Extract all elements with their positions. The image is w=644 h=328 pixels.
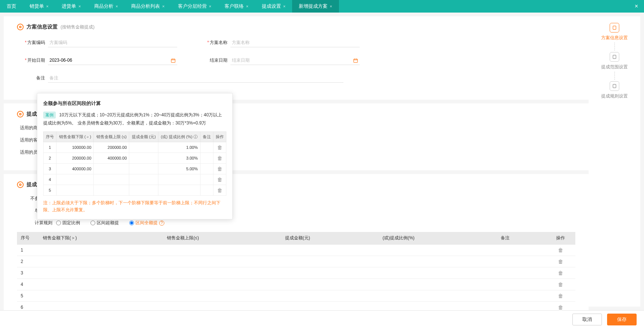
case-tag: 案例 (43, 112, 56, 119)
close-icon[interactable]: × (116, 4, 118, 8)
cell-lower[interactable] (39, 279, 163, 290)
section-bullet-icon (17, 24, 24, 30)
trash-icon[interactable]: 🗑 (558, 247, 563, 253)
trash-icon[interactable]: 🗑 (558, 293, 563, 299)
cell-amount[interactable] (281, 290, 379, 302)
cell-ratio (158, 185, 200, 196)
trash-icon[interactable]: 🗑 (558, 270, 563, 276)
trash-icon[interactable]: 🗑 (217, 166, 222, 172)
cell-lower (56, 185, 94, 196)
radio-interval-full[interactable]: 区间全额提? (129, 220, 164, 226)
cell-remark[interactable] (497, 302, 546, 311)
section-bullet-icon (17, 111, 24, 117)
cell-ratio: 1.00% (158, 142, 200, 153)
step-icon (610, 52, 619, 62)
tab-product-analysis[interactable]: 商品分析× (88, 0, 124, 13)
close-icon[interactable]: × (330, 4, 332, 8)
cell-seq: 2 (44, 153, 56, 164)
trash-icon[interactable]: 🗑 (558, 304, 563, 310)
cell-ratio[interactable] (379, 267, 497, 279)
step-scope[interactable]: 提成范围设置 (601, 52, 628, 70)
cell-lower[interactable] (39, 245, 163, 256)
cell-lower[interactable] (39, 256, 163, 267)
input-plan-name[interactable] (230, 38, 360, 47)
label-start-date: *开始日期 (17, 57, 45, 64)
step-icon (610, 81, 619, 91)
table-row: 5🗑 (44, 185, 226, 196)
cell-upper[interactable] (163, 290, 281, 302)
cell-ratio[interactable] (379, 279, 497, 290)
step-plan-info[interactable]: 方案信息设置 (601, 23, 628, 41)
th-remark: 备注 (497, 232, 546, 245)
cell-amount (129, 174, 158, 185)
cell-amount[interactable] (281, 267, 379, 279)
radio-interval-excess[interactable]: 区间超额提 (90, 220, 119, 226)
cell-lower[interactable] (39, 302, 163, 311)
cell-lower[interactable] (39, 290, 163, 302)
step-rules[interactable]: 提成规则设置 (601, 81, 628, 99)
tab-customer-tier[interactable]: 客户分层经营× (171, 0, 218, 13)
trash-icon[interactable]: 🗑 (558, 281, 563, 287)
cell-lower: 200000.00 (56, 153, 94, 164)
th-upper: 销售金额上限(≤) (163, 232, 281, 245)
cell-lower[interactable] (39, 267, 163, 279)
tab-commission-settings[interactable]: 提成设置× (255, 0, 292, 13)
close-icon[interactable]: × (246, 4, 248, 8)
cell-ratio[interactable] (379, 302, 497, 311)
close-icon[interactable]: × (283, 4, 285, 8)
trash-icon[interactable]: 🗑 (217, 187, 222, 193)
cell-upper[interactable] (163, 245, 281, 256)
close-icon[interactable]: × (46, 4, 48, 8)
close-icon[interactable]: × (162, 4, 164, 8)
cell-ratio[interactable] (379, 290, 497, 302)
cell-remark[interactable] (497, 267, 546, 279)
svg-rect-3 (613, 55, 616, 58)
close-icon[interactable]: × (209, 4, 211, 8)
tab-customer-contact[interactable]: 客户联络× (218, 0, 255, 13)
table-row[interactable]: 6🗑 (17, 302, 575, 311)
tab-new-commission-plan[interactable]: 新增提成方案× (292, 0, 339, 13)
input-remark[interactable] (48, 73, 343, 83)
table-row[interactable]: 5🗑 (17, 290, 575, 302)
close-all-tabs-icon[interactable]: × (633, 0, 640, 13)
trash-icon[interactable]: 🗑 (217, 144, 222, 150)
cell-upper[interactable] (163, 256, 281, 267)
svg-rect-4 (613, 84, 616, 88)
cell-upper[interactable] (163, 267, 281, 279)
cell-seq: 5 (44, 185, 56, 196)
cell-upper[interactable] (163, 279, 281, 290)
cell-remark[interactable] (497, 279, 546, 290)
cell-ratio[interactable] (379, 245, 497, 256)
trash-icon[interactable]: 🗑 (217, 155, 222, 161)
tab-purchase[interactable]: 进货单× (55, 0, 87, 13)
trash-icon[interactable]: 🗑 (217, 177, 222, 182)
cell-amount[interactable] (281, 245, 379, 256)
table-row[interactable]: 2🗑 (17, 256, 575, 267)
input-start-date[interactable] (48, 55, 177, 65)
cell-remark (200, 185, 213, 196)
cell-amount[interactable] (281, 256, 379, 267)
input-end-date[interactable] (230, 55, 360, 65)
step-nav: 方案信息设置 提成范围设置 提成规则设置 (589, 16, 640, 307)
table-row[interactable]: 1🗑 (17, 245, 575, 256)
tab-home[interactable]: 首页 (0, 0, 23, 13)
table-row[interactable]: 4🗑 (17, 279, 575, 290)
tab-product-analysis-list[interactable]: 商品分析列表× (124, 0, 171, 13)
cell-remark[interactable] (497, 256, 546, 267)
cell-upper[interactable] (163, 302, 281, 311)
table-row[interactable]: 3🗑 (17, 267, 575, 279)
cell-amount[interactable] (281, 302, 379, 311)
cell-ratio[interactable] (379, 256, 497, 267)
help-icon[interactable]: ? (159, 221, 164, 226)
input-plan-code[interactable] (48, 38, 177, 47)
cell-amount[interactable] (281, 279, 379, 290)
cell-seq: 5 (17, 290, 39, 302)
trash-icon[interactable]: 🗑 (558, 259, 563, 264)
tab-sales[interactable]: 销货单× (23, 0, 55, 13)
cell-remark[interactable] (497, 245, 546, 256)
close-icon[interactable]: × (78, 4, 80, 8)
cell-seq: 4 (17, 279, 39, 290)
cell-amount (129, 142, 158, 153)
cell-remark[interactable] (497, 290, 546, 302)
radio-fixed-ratio[interactable]: 固定比例 (56, 220, 80, 226)
